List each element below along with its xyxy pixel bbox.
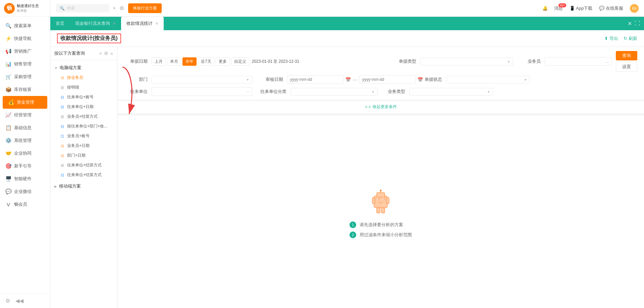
date-btn-7days[interactable]: 近7天	[198, 57, 214, 66]
topbar-search-box[interactable]: 🔍 搜索	[56, 4, 109, 12]
query-button[interactable]: 查询	[616, 51, 637, 60]
review-date-start-icon[interactable]: 📅	[345, 77, 351, 82]
tab-bank[interactable]: 现金银行流水查询 ✕	[70, 17, 121, 30]
tabbar-close-icon[interactable]: ✕	[628, 20, 632, 27]
sidebar-item-marketing[interactable]: 📢 营销推广	[0, 45, 50, 58]
tab-receivable-close[interactable]: ✕	[155, 21, 158, 26]
tab-home-label: 首页	[56, 20, 64, 27]
sidebar-item-basic[interactable]: 📋 基础信息	[0, 121, 50, 134]
tab-home[interactable]: 首页	[50, 17, 70, 30]
counterpart-input[interactable]: ···	[152, 87, 252, 96]
scheme-item-detail[interactable]: ⊞ 按明细	[50, 83, 117, 92]
filter-row-3: 往来单位 ··· 往来单位分类 ▾ 业务类型 ▾	[124, 87, 637, 96]
sidebar-item-label: 采购管理	[14, 74, 32, 80]
panel-add-btn[interactable]: +	[99, 51, 102, 56]
refresh-button[interactable]: ↻ 刷新	[624, 36, 637, 42]
scheme-item-salesperson-account[interactable]: ⊡ 业务员+账号	[50, 131, 117, 141]
notification-area[interactable]: 🔔 99+ 消息	[542, 5, 563, 11]
tip-text-1: 请先选择要分析的方案	[360, 222, 403, 228]
sidebar-item-wechat[interactable]: 💬 企业微信	[0, 185, 50, 198]
collapse-more-btn[interactable]: ∧∧ 收起更多条件	[117, 100, 644, 113]
date-btn-last-month[interactable]: 上月	[152, 57, 166, 66]
sidebar-item-sales[interactable]: 📊 销售管理	[0, 58, 50, 70]
counterpart-extra-icon[interactable]: ···	[246, 89, 249, 94]
app-download-link[interactable]: 📱 App下载	[570, 5, 592, 11]
sidebar-item-label: 新手引导	[14, 163, 32, 169]
sidebar-item-label: 库存核算	[14, 87, 32, 93]
dept-select[interactable]: ▾	[152, 76, 252, 84]
panel-collapse-btn[interactable]: «	[110, 51, 113, 56]
counterpart-category-select[interactable]: ▾	[290, 88, 378, 96]
sidebar-item-quicknav[interactable]: ⚡ 快捷导航	[0, 32, 50, 45]
scheme-item-counterpart-settle1[interactable]: ⊞ 往来单位+结算方式	[50, 160, 117, 170]
sidebar-item-purchase[interactable]: 🛒 采购管理	[0, 70, 50, 83]
sidebar-item-finance[interactable]: 💰 资金管理	[3, 96, 47, 109]
business-type-select[interactable]: ▾	[409, 88, 493, 96]
scheme-item-counterpart-date[interactable]: ⊟ 往来单位+日期	[50, 102, 117, 112]
scheme-group-mobile-header[interactable]: ▶ 移动端方案	[50, 181, 117, 191]
sidebar-item-member[interactable]: V 畅会员	[0, 198, 50, 211]
filter-form: 单据日期 上月 本月 本年 近7天 更多 自定义 2023-01-01 至 20…	[117, 47, 644, 100]
scheme-list: ▼ 电脑端方案 ⊙ 按业务员 ⊞ 按明细 ⊟ 往	[50, 60, 117, 308]
tab-bank-close[interactable]: ✕	[113, 21, 116, 26]
date-btn-this-year[interactable]: 本年	[182, 57, 197, 66]
doc-status-select[interactable]: ▾	[446, 76, 530, 84]
scheme-item-unit-dept[interactable]: ⊟ 按往来单位+部门+收...	[50, 121, 117, 131]
date-range-display: 2023-01-01 至 2023-12-31	[252, 59, 299, 64]
salesperson-extra-icon[interactable]: ...	[605, 59, 609, 64]
scheme-item-salesperson-settle[interactable]: ⊞ 业务员+结算方式	[50, 112, 117, 121]
sidebar-item-guide[interactable]: 🎯 新手引导	[0, 160, 50, 172]
refresh-label: 刷新	[629, 36, 637, 42]
export-button[interactable]: ⬆ 导出	[604, 36, 618, 42]
topbar-right-area: 🔔 99+ 消息 📱 App下载 💬 在线客服 Rit	[542, 4, 639, 13]
scheme-item-dept-date[interactable]: ⊙ 部门+日期	[50, 151, 117, 160]
footer-settings-icon[interactable]: ⚙	[5, 298, 10, 304]
scheme-item-salesperson-date[interactable]: ⊙ 业务员+日期	[50, 141, 117, 151]
scheme-item-counterpart-settle2[interactable]: ⊟ 往来单位+结算方式	[50, 170, 117, 180]
online-service-link[interactable]: 💬 在线客服	[599, 5, 623, 11]
topbar: 🔍 搜索 ▾ ⚙ 体验行业方案 🔔 99+ 消息 📱 App下载 💬 在线客服 …	[50, 0, 644, 17]
trial-btn[interactable]: 体验行业方案	[128, 3, 162, 13]
sidebar-item-system[interactable]: ⚙️ 系统管理	[0, 134, 50, 147]
tabbar-fullscreen-icon[interactable]: ⛶	[635, 20, 640, 27]
user-avatar[interactable]: Rit	[630, 4, 639, 13]
scheme-item-unit-dept-label: 按往来单位+部门+收...	[67, 123, 107, 129]
sidebar-item-hardware[interactable]: 🖥️ 智能硬件	[0, 172, 50, 185]
doc-type-select[interactable]: ▾	[420, 58, 513, 65]
sidebar-item-cooperation[interactable]: 🤝 企业协同	[0, 147, 50, 160]
review-date-start[interactable]	[287, 75, 343, 84]
review-date-end[interactable]	[359, 75, 416, 84]
date-btn-more[interactable]: 更多	[216, 57, 230, 66]
topbar-settings-icon[interactable]: ⚙	[119, 5, 124, 11]
scheme-item-salesperson-account-icon: ⊡	[60, 134, 65, 139]
scheme-item-salesperson-account-label: 业务员+账号	[67, 133, 90, 139]
scheme-item-salesperson[interactable]: ⊙ 按业务员	[50, 73, 117, 83]
sidebar-item-inventory[interactable]: 📦 库存核算	[0, 83, 50, 96]
date-btn-this-month[interactable]: 本月	[167, 57, 181, 66]
panel-title: 按以下方案查询	[54, 50, 97, 56]
svg-point-7	[383, 198, 384, 199]
export-label: 导出	[609, 36, 618, 42]
tab-receivable[interactable]: 收款情况统计 ✕	[121, 17, 164, 30]
page-header: 收款情况统计(按业务员) ⬆ 导出 ↻ 刷新	[50, 30, 644, 47]
operation-icon: 📈	[5, 112, 11, 118]
collapse-label: 收起更多条件	[373, 104, 397, 109]
footer-collapse-icon[interactable]: ◀◀	[15, 298, 23, 304]
sidebar-item-search[interactable]: 🔍 搜索菜单	[0, 19, 50, 32]
scheme-item-counterpart-account[interactable]: ⊟ 往来单位+账号	[50, 92, 117, 102]
main-content: 🔍 搜索 ▾ ⚙ 体验行业方案 🔔 99+ 消息 📱 App下载 💬 在线客服 …	[50, 0, 644, 308]
date-btn-custom[interactable]: 自定义	[231, 57, 249, 66]
logo-area: 畅 畅捷通好生意 标准版	[0, 0, 50, 17]
scheme-group-desktop-header[interactable]: ▼ 电脑端方案	[50, 63, 117, 73]
collapse-icon: ∧∧	[365, 104, 371, 109]
settings-button[interactable]: 设置	[616, 62, 637, 72]
salesperson-input[interactable]: ...	[545, 57, 612, 66]
sidebar-item-operation[interactable]: 📈 经营管理	[0, 109, 50, 121]
group-arrow-icon: ▼	[54, 66, 58, 70]
topbar-dropdown-icon[interactable]: ▾	[113, 6, 115, 10]
review-date-pair: 📅 — 📅	[287, 75, 415, 84]
scheme-item-counterpart-account-icon: ⊟	[60, 95, 65, 100]
panel-settings-btn[interactable]: ⚙	[104, 51, 108, 56]
topbar-search-icon: 🔍	[60, 6, 65, 11]
purchase-icon: 🛒	[5, 74, 11, 80]
